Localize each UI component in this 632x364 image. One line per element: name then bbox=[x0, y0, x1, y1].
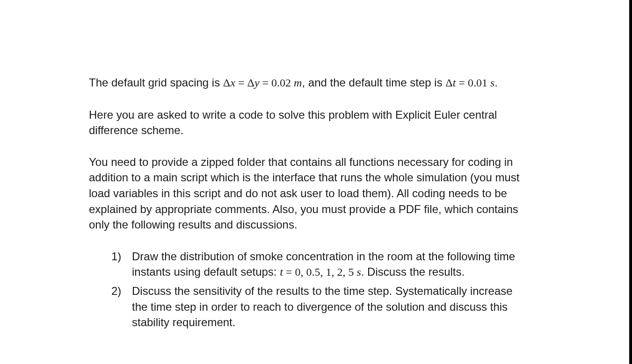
math-expression: Δt = 0.01 s bbox=[445, 77, 494, 89]
paragraph-requirements: You need to provide a zipped folder that… bbox=[89, 154, 531, 233]
list-marker: 1) bbox=[111, 249, 121, 264]
text-segment: The default grid spacing is bbox=[89, 76, 223, 89]
text-segment: , and the default time step is bbox=[302, 76, 445, 89]
document-content: The default grid spacing is Δx = Δy = 0.… bbox=[0, 0, 629, 330]
text-segment: . Discuss the results. bbox=[361, 265, 465, 278]
task-list: 1) Draw the distribution of smoke concen… bbox=[89, 249, 531, 330]
list-item: 1) Draw the distribution of smoke concen… bbox=[111, 249, 531, 280]
math-expression: t = 0, 0.5, 1, 2, 5 s bbox=[280, 266, 361, 278]
paragraph-task-intro: Here you are asked to write a code to so… bbox=[89, 107, 531, 138]
math-expression: Δx = Δy = 0.02 m bbox=[223, 77, 302, 89]
text-segment: Discuss the sensitivity of the results t… bbox=[132, 285, 513, 328]
list-marker: 2) bbox=[111, 283, 121, 299]
list-item: 2) Discuss the sensitivity of the result… bbox=[111, 283, 531, 330]
paragraph-grid-spacing: The default grid spacing is Δx = Δy = 0.… bbox=[89, 75, 531, 91]
text-segment: . bbox=[494, 76, 498, 89]
